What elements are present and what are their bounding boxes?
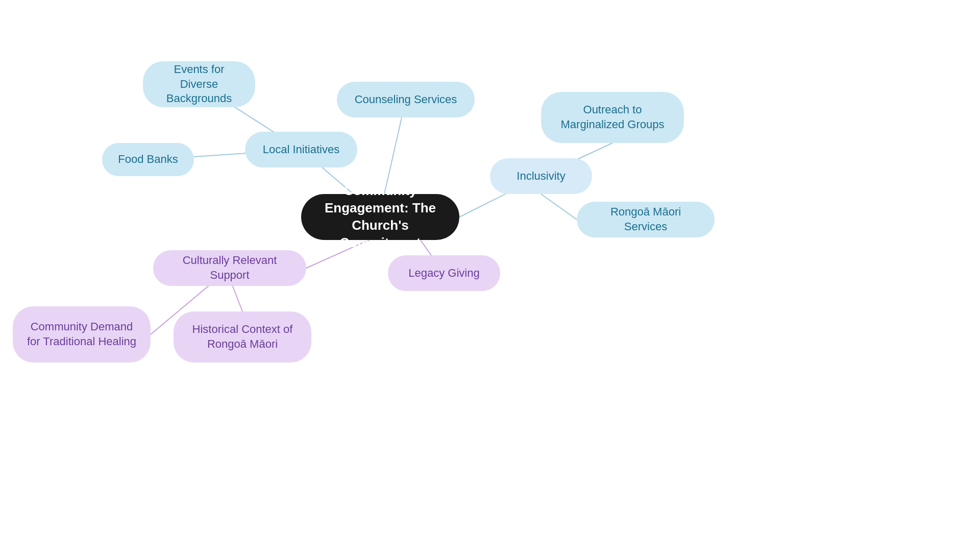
local-initiatives-node: Local Initiatives	[245, 132, 357, 167]
svg-line-6	[541, 194, 577, 220]
historical-context-node: Historical Context of Rongoā Māori	[174, 311, 311, 363]
community-demand-node: Community Demand for Traditional Healing	[13, 306, 151, 363]
center-node: Community Engagement: The Church's Commi…	[301, 194, 459, 240]
outreach-node: Outreach to Marginalized Groups	[541, 92, 684, 143]
culturally-relevant-node: Culturally Relevant Support	[153, 250, 306, 286]
events-diverse-node: Events for Diverse Backgrounds	[143, 61, 255, 107]
food-banks-node: Food Banks	[102, 143, 194, 176]
counseling-services-node: Counseling Services	[337, 82, 475, 117]
inclusivity-node: Inclusivity	[490, 158, 592, 194]
legacy-giving-node: Legacy Giving	[388, 255, 500, 291]
rongoa-services-node: Rongoā Māori Services	[577, 202, 715, 237]
